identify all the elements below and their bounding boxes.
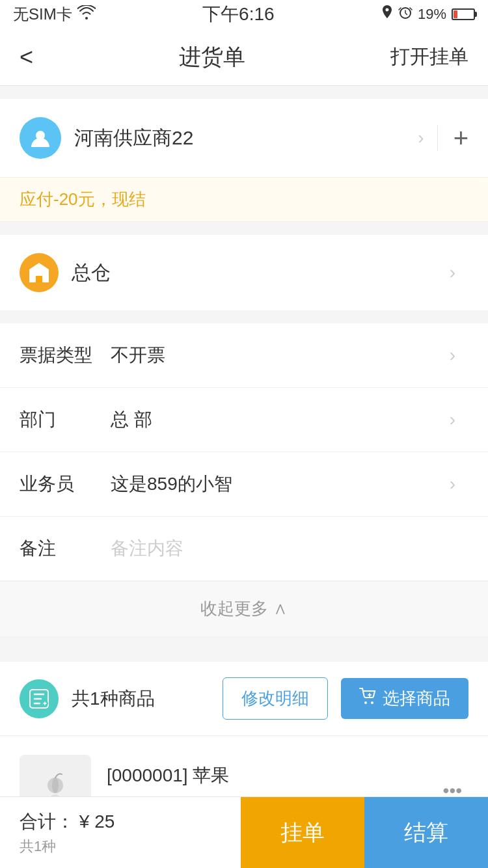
supplier-avatar xyxy=(20,117,61,159)
svg-point-6 xyxy=(371,701,373,704)
checkout-button[interactable]: 结算 xyxy=(364,797,488,868)
svg-rect-2 xyxy=(36,276,42,282)
open-pending-button[interactable]: 打开挂单 xyxy=(390,44,468,70)
status-right: 19% xyxy=(381,5,475,23)
main-content: 河南供应商22 › + 应付-20元，现结 总仓 › 票据类型 不开票 › xyxy=(0,86,488,868)
product-count-text: 共1种商品 xyxy=(72,686,210,711)
add-supplier-button[interactable]: + xyxy=(454,124,468,153)
total-label: 合计： xyxy=(20,811,74,832)
department-row[interactable]: 部门 总 部 › xyxy=(0,388,488,452)
invoice-type-label: 票据类型 xyxy=(20,343,111,368)
status-left: 无SIM卡 xyxy=(13,4,96,25)
section-gap-4 xyxy=(0,636,488,649)
department-value: 总 部 xyxy=(111,407,450,432)
location-icon xyxy=(381,5,393,23)
status-bar: 无SIM卡 下午6:16 19% xyxy=(0,0,488,29)
section-gap-1 xyxy=(0,86,488,99)
page-title: 进货单 xyxy=(179,42,245,72)
warehouse-chevron-icon: › xyxy=(450,262,455,283)
form-section: 票据类型 不开票 › 部门 总 部 › 业务员 这是859的小智 › 备注 备注… xyxy=(0,323,488,581)
supplier-chevron-icon: › xyxy=(418,128,424,148)
department-chevron-icon: › xyxy=(450,409,455,430)
svg-point-5 xyxy=(364,701,367,704)
product-name: [0000001] 苹果 xyxy=(107,763,437,788)
section-gap-2 xyxy=(0,222,488,235)
bottom-bar: 合计： ¥ 25 共1种 挂单 结算 xyxy=(0,796,488,868)
warehouse-name: 总仓 xyxy=(72,260,450,286)
invoice-chevron-icon: › xyxy=(450,345,455,366)
invoice-type-value: 不开票 xyxy=(111,343,450,368)
cart-icon xyxy=(359,688,377,709)
salesperson-label: 业务员 xyxy=(20,472,111,496)
modify-detail-button[interactable]: 修改明细 xyxy=(223,677,328,720)
carrier-label: 无SIM卡 xyxy=(13,4,72,25)
total-sub: 共1种 xyxy=(20,837,221,856)
battery-icon xyxy=(452,8,475,20)
svg-point-8 xyxy=(52,778,59,793)
total-row: 合计： ¥ 25 xyxy=(20,809,221,834)
department-label: 部门 xyxy=(20,407,111,432)
select-product-button[interactable]: 选择商品 xyxy=(341,678,468,719)
notice-bar: 应付-20元，现结 xyxy=(0,178,488,222)
wifi-icon xyxy=(77,5,96,23)
products-icon xyxy=(20,679,59,718)
alarm-icon xyxy=(398,5,413,23)
vertical-divider xyxy=(437,125,438,151)
collapse-bar[interactable]: 收起更多 ∧ xyxy=(0,581,488,636)
warehouse-icon xyxy=(20,253,59,292)
warehouse-section: 总仓 › xyxy=(0,235,488,310)
remark-label: 备注 xyxy=(20,536,111,561)
nav-bar: < 进货单 打开挂单 xyxy=(0,29,488,86)
salesperson-row[interactable]: 业务员 这是859的小智 › xyxy=(0,452,488,517)
remark-row[interactable]: 备注 备注内容 xyxy=(0,517,488,581)
remark-input[interactable]: 备注内容 xyxy=(111,536,468,561)
supplier-row[interactable]: 河南供应商22 › + xyxy=(0,99,488,178)
salesperson-chevron-icon: › xyxy=(450,474,455,495)
total-info: 合计： ¥ 25 共1种 xyxy=(0,797,241,868)
battery-percent: 19% xyxy=(418,6,446,23)
salesperson-value: 这是859的小智 xyxy=(111,472,450,496)
section-gap-3 xyxy=(0,310,488,323)
status-time: 下午6:16 xyxy=(202,2,275,27)
hang-button[interactable]: 挂单 xyxy=(241,797,364,868)
supplier-section: 河南供应商22 › + 应付-20元，现结 xyxy=(0,99,488,222)
products-header: 共1种商品 修改明细 选择商品 xyxy=(0,662,488,736)
supplier-name: 河南供应商22 xyxy=(74,125,418,152)
invoice-type-row[interactable]: 票据类型 不开票 › xyxy=(0,323,488,388)
select-product-label: 选择商品 xyxy=(383,687,450,710)
total-amount: ¥ 25 xyxy=(79,811,115,832)
product-title: 苹果 xyxy=(193,765,229,785)
product-code: [0000001] xyxy=(107,765,193,785)
back-button[interactable]: < xyxy=(20,44,33,71)
warehouse-row[interactable]: 总仓 › xyxy=(0,235,488,310)
